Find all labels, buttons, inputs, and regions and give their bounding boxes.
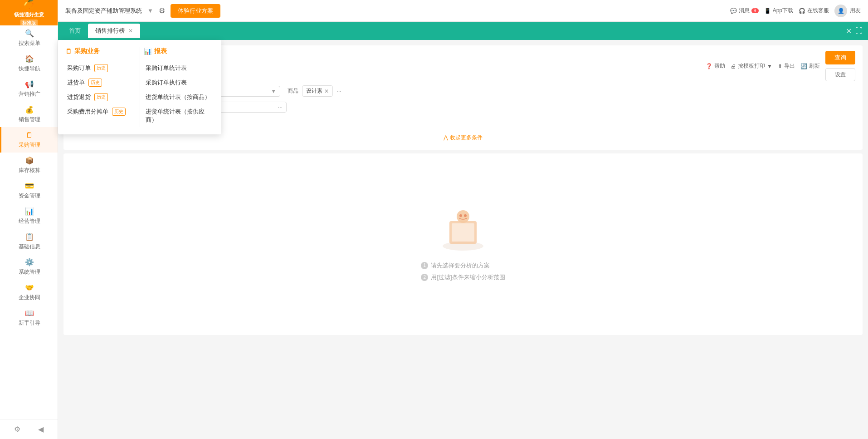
messages-label: 消息 — [739, 7, 750, 15]
sidebar-label-capital: 资金管理 — [19, 192, 40, 200]
sidebar-label-purchase: 采购管理 — [19, 141, 40, 149]
sidebar-item-quick-nav[interactable]: 🏠 快捷导航 — [0, 51, 58, 76]
menu-item-purchase-order[interactable]: 采购订单 历史 — [65, 61, 136, 75]
sidebar-item-basic-info[interactable]: 📋 基础信息 — [0, 229, 58, 254]
sidebar-label-search: 搜索菜单 — [19, 39, 40, 47]
menu-item-inbound-stats-supplier[interactable]: 进货单统计表（按供应商） — [144, 104, 215, 127]
user-action[interactable]: 👤 用友 — [834, 5, 861, 17]
report-section-label: 报表 — [154, 47, 167, 55]
tab-home[interactable]: 首页 — [62, 24, 88, 38]
menu-divider — [140, 47, 140, 127]
capital-icon: 💳 — [25, 182, 34, 190]
avatar: 👤 — [834, 5, 847, 17]
home-icon: 🏠 — [25, 54, 34, 63]
cooperation-icon: 🤝 — [25, 283, 34, 292]
dropdown-overlay: 🗒 采购业务 采购订单 历史 进货单 历史 进货退货 历史 采购费用分摊单 历史 — [58, 40, 868, 439]
menu-label-return: 进货退货 — [67, 93, 91, 101]
sidebar-label-marketing: 营销推广 — [19, 90, 40, 98]
basic-info-icon: 📋 — [25, 232, 34, 241]
menu-item-order-exec[interactable]: 采购订单执行表 — [144, 75, 215, 90]
report-section-title: 📊 报表 — [144, 47, 215, 55]
purchase-section-title: 🗒 采购业务 — [65, 47, 136, 55]
sales-icon: 💰 — [25, 105, 34, 114]
menu-label-inbound: 进货单 — [67, 79, 85, 87]
tab-sales-ranking-label: 销售排行榜 — [95, 27, 125, 35]
menu-label-purchase-order: 采购订单 — [67, 64, 91, 72]
headset-icon: 🎧 — [799, 8, 805, 14]
user-name: 用友 — [850, 7, 861, 15]
messages-action[interactable]: 💬 消息 9 — [730, 7, 759, 15]
inbound-history-badge[interactable]: 历史 — [88, 79, 102, 87]
purchase-cost-history-badge[interactable]: 历史 — [112, 108, 126, 116]
sidebar-label-operations: 经营管理 — [19, 217, 40, 225]
purchase-section: 🗒 采购业务 采购订单 历史 进货单 历史 进货退货 历史 采购费用分摊单 历史 — [65, 47, 136, 127]
menu-label-inbound-stats-goods: 进货单统计表（按商品） — [146, 93, 210, 101]
report-section-icon: 📊 — [144, 48, 151, 55]
purchase-section-icon: 🗒 — [65, 48, 72, 55]
inventory-icon: 📦 — [25, 156, 34, 165]
system-icon: ⚙️ — [25, 258, 34, 266]
dropdown-menu: 🗒 采购业务 采购订单 历史 进货单 历史 进货退货 历史 采购费用分摊单 历史 — [58, 40, 221, 134]
report-section: 📊 报表 采购订单统计表 采购订单执行表 进货单统计表（按商品） 进货单统计表（… — [144, 47, 215, 127]
sidebar-item-system[interactable]: ⚙️ 系统管理 — [0, 254, 58, 280]
sidebar-item-guide[interactable]: 📖 新手引导 — [0, 305, 58, 330]
sidebar-label-inventory: 库存核算 — [19, 167, 40, 174]
menu-label-inbound-stats-supplier: 进货单统计表（按供应商） — [146, 108, 213, 124]
sidebar-collapse-btn[interactable]: ◀ — [38, 425, 44, 434]
sidebar-label-system: 系统管理 — [19, 268, 40, 276]
guide-icon: 📖 — [25, 309, 34, 317]
dropdown-arrow-icon[interactable]: ▼ — [147, 7, 153, 14]
sidebar-item-search[interactable]: 🔍 搜索菜单 — [0, 25, 58, 51]
online-service-action[interactable]: 🎧 在线客服 — [799, 7, 829, 15]
app-download-label: App下载 — [773, 7, 793, 15]
return-history-badge[interactable]: 历史 — [94, 93, 108, 101]
tab-close-icon[interactable]: ✕ — [128, 28, 133, 34]
menu-label-purchase-cost: 采购费用分摊单 — [67, 108, 108, 116]
tabbar: 首页 销售排行榜 ✕ ✕ ⛶ — [58, 22, 868, 40]
menu-item-return[interactable]: 进货退货 历史 — [65, 90, 136, 104]
purchase-order-history-badge[interactable]: 历史 — [94, 64, 108, 72]
sidebar-label-sales: 销售管理 — [19, 116, 40, 123]
settings-icon[interactable]: ⚙ — [159, 6, 165, 15]
messages-badge: 9 — [751, 8, 759, 13]
sidebar-label-guide: 新手引导 — [19, 319, 40, 327]
search-menu-icon: 🔍 — [25, 29, 34, 38]
operations-icon: 📊 — [25, 207, 34, 216]
menu-item-order-stats[interactable]: 采购订单统计表 — [144, 61, 215, 75]
sidebar-logo: 🍊 畅捷通好生意 标准版 — [0, 0, 58, 25]
purchase-section-label: 采购业务 — [74, 47, 100, 55]
sidebar-label-basic-info: 基础信息 — [19, 243, 40, 251]
tab-close-all-btn[interactable]: ✕ — [844, 25, 853, 37]
tab-maximize-btn[interactable]: ⛶ — [853, 25, 864, 37]
logo-icon: 🍊 — [23, 0, 35, 10]
online-service-label: 在线客服 — [807, 7, 829, 15]
purchase-icon: 🗒 — [26, 131, 33, 139]
app-download-action[interactable]: 📱 App下载 — [764, 7, 793, 15]
menu-label-order-stats: 采购订单统计表 — [146, 64, 187, 72]
system-title: 装备及固定资产辅助管理系统 — [65, 7, 142, 15]
message-icon: 💬 — [730, 8, 737, 14]
sidebar-label-quick-nav: 快捷导航 — [19, 65, 40, 73]
menu-item-inbound-stats-goods[interactable]: 进货单统计表（按商品） — [144, 90, 215, 104]
menu-item-inbound[interactable]: 进货单 历史 — [65, 75, 136, 90]
tab-home-label: 首页 — [69, 27, 81, 35]
menu-item-purchase-cost[interactable]: 采购费用分摊单 历史 — [65, 104, 136, 119]
menu-label-order-exec: 采购订单执行表 — [146, 79, 187, 87]
sidebar-item-operations[interactable]: 📊 经营管理 — [0, 203, 58, 229]
phone-icon: 📱 — [764, 8, 771, 14]
sidebar-item-cooperation[interactable]: 🤝 企业协同 — [0, 280, 58, 305]
sidebar-item-inventory[interactable]: 📦 库存核算 — [0, 153, 58, 178]
sidebar-label-cooperation: 企业协同 — [19, 294, 40, 301]
topbar: 装备及固定资产辅助管理系统 ▼ ⚙ 体验行业方案 💬 消息 9 📱 App下载 … — [58, 0, 868, 22]
industry-btn[interactable]: 体验行业方案 — [171, 4, 220, 18]
sidebar-item-purchase[interactable]: 🗒 采购管理 — [0, 127, 58, 153]
tab-sales-ranking[interactable]: 销售排行榜 ✕ — [88, 24, 140, 38]
sidebar-item-sales[interactable]: 💰 销售管理 — [0, 102, 58, 127]
sidebar-item-capital[interactable]: 💳 资金管理 — [0, 178, 58, 203]
marketing-icon: 📢 — [25, 80, 34, 89]
sidebar-bottom: ⚙ ◀ — [0, 419, 58, 439]
logo-name: 畅捷通好生意 — [14, 11, 44, 18]
sidebar-item-marketing[interactable]: 📢 营销推广 — [0, 76, 58, 102]
sidebar: 🍊 畅捷通好生意 标准版 🔍 搜索菜单 🏠 快捷导航 📢 营销推广 💰 销售管理… — [0, 0, 58, 439]
sidebar-settings-btn[interactable]: ⚙ — [14, 425, 20, 434]
